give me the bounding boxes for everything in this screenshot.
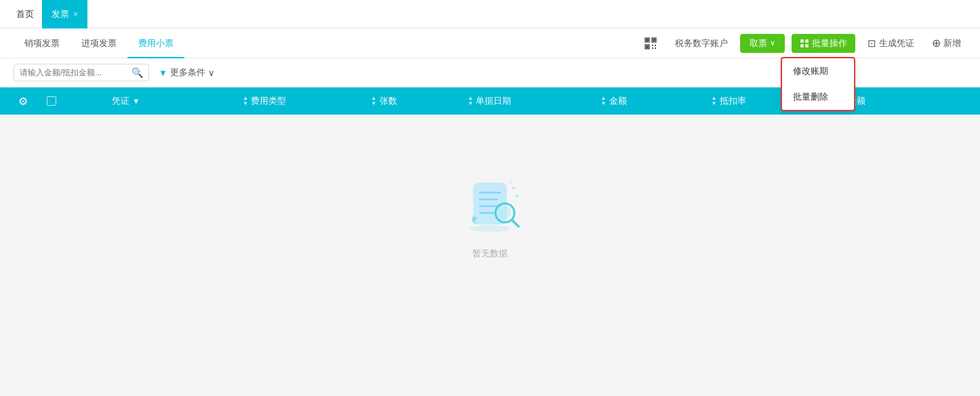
settings-header[interactable]: ⚙	[7, 95, 39, 108]
svg-rect-5	[646, 45, 649, 48]
svg-rect-6	[652, 45, 653, 46]
home-tab[interactable]: 首页	[8, 8, 42, 20]
voucher-filter-icon: ▼	[132, 97, 140, 105]
search-box: 🔍	[14, 64, 149, 81]
count-label: 张数	[380, 95, 397, 107]
invoice-tab[interactable]: 发票 ×	[42, 0, 87, 28]
expense-sort-arrows: ▲▼	[243, 96, 248, 106]
empty-illustration	[456, 169, 524, 237]
svg-point-22	[512, 186, 515, 189]
batch-dropdown-menu: 修改账期 批量删除	[781, 57, 855, 111]
expense-type-label: 费用类型	[251, 95, 286, 107]
count-header[interactable]: ▲▼ 张数	[341, 95, 428, 107]
empty-text: 暂无数据	[472, 248, 508, 260]
svg-point-23	[516, 195, 518, 197]
filter-icon: ▼	[159, 68, 167, 78]
modify-period-item[interactable]: 修改账期	[782, 58, 854, 84]
batch-operation-button[interactable]: 批量操作	[792, 34, 855, 53]
select-all-checkbox[interactable]	[47, 96, 56, 106]
voucher-header[interactable]: 凭证 ▼	[64, 95, 188, 107]
svg-rect-12	[800, 44, 804, 47]
filter-chevron: ∨	[208, 68, 215, 78]
tax-digital-label: 税务数字账户	[675, 37, 728, 50]
add-button[interactable]: ⊕ 新增	[926, 33, 966, 53]
add-circle-icon: ⊕	[932, 37, 941, 50]
date-sort-arrows: ▲▼	[468, 96, 473, 106]
amount-label: 金额	[609, 95, 627, 107]
svg-line-21	[512, 220, 518, 226]
gear-icon: ⚙	[18, 95, 28, 108]
count-sort-arrows: ▲▼	[371, 96, 377, 106]
tab-sales-invoice[interactable]: 销项发票	[14, 28, 70, 58]
qr-code-button[interactable]	[638, 33, 663, 54]
tax-digital-account-button[interactable]: 税务数字账户	[670, 34, 733, 53]
tab-expense-receipt[interactable]: 费用小票	[127, 28, 184, 58]
deduct-rate-header[interactable]: ▲▼ 抵扣率	[676, 95, 781, 107]
svg-point-20	[499, 207, 511, 219]
svg-rect-10	[800, 39, 804, 43]
filter-label: 更多条件	[170, 66, 205, 79]
tab-purchase-invoice[interactable]: 进项发票	[70, 28, 127, 58]
voucher-icon: ⊡	[867, 37, 876, 50]
svg-rect-1	[646, 39, 649, 41]
amount-sort-arrows: ▲▼	[601, 96, 607, 106]
search-input[interactable]	[20, 68, 131, 77]
take-ticket-chevron: ∨	[770, 39, 775, 47]
voucher-col-label: 凭证	[112, 95, 129, 107]
svg-rect-3	[653, 39, 655, 41]
date-header[interactable]: ▲▼ 单据日期	[427, 95, 551, 107]
batch-operation-wrapper: 批量操作 修改账期 批量删除	[792, 34, 855, 53]
deduct-rate-label: 抵扣率	[720, 95, 746, 107]
svg-point-24	[510, 182, 512, 184]
more-filter-button[interactable]: ▼ 更多条件 ∨	[159, 66, 215, 79]
take-ticket-button[interactable]: 取票 ∨	[740, 34, 785, 53]
svg-rect-7	[655, 45, 656, 46]
svg-rect-9	[655, 47, 656, 49]
add-label: 新增	[943, 37, 961, 50]
search-icon-button[interactable]: 🔍	[131, 67, 143, 78]
svg-rect-11	[805, 39, 809, 43]
amount-header[interactable]: ▲▼ 金额	[552, 95, 676, 107]
batch-icon	[800, 39, 809, 48]
checkbox-header[interactable]	[39, 96, 64, 106]
svg-rect-8	[652, 47, 653, 49]
generate-voucher-button[interactable]: ⊡ 生成凭证	[862, 34, 920, 53]
svg-point-14	[470, 225, 510, 232]
batch-label: 批量操作	[812, 37, 847, 50]
deduct-rate-sort-arrows: ▲▼	[712, 96, 717, 106]
qr-icon	[644, 37, 657, 50]
expense-type-header[interactable]: ▲▼ 费用类型	[188, 95, 340, 107]
batch-delete-item[interactable]: 批量删除	[782, 84, 854, 110]
sub-tabs: 销项发票 进项发票 费用小票 税务数字账户 取票	[0, 28, 980, 58]
take-ticket-label: 取票	[750, 37, 767, 50]
empty-state: 暂无数据	[0, 115, 980, 287]
top-nav: 首页 发票 ×	[0, 0, 980, 28]
voucher-label: 生成凭证	[879, 37, 914, 50]
invoice-tab-label: 发票	[52, 8, 69, 20]
date-label: 单据日期	[476, 95, 511, 107]
invoice-tab-close[interactable]: ×	[73, 9, 78, 19]
svg-rect-13	[805, 44, 809, 47]
